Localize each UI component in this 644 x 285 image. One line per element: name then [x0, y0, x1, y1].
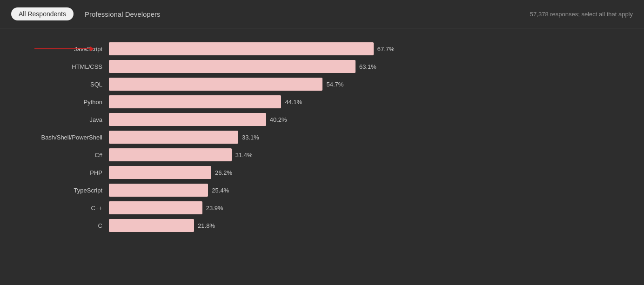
- bar-value-label: 26.2%: [215, 169, 232, 176]
- bar-wrapper: 26.2%: [109, 166, 633, 179]
- bar-wrapper: 21.8%: [109, 219, 633, 232]
- chart-row: HTML/CSS63.1%: [11, 60, 633, 73]
- bar-label: HTML/CSS: [11, 63, 109, 70]
- arrow-line: [34, 48, 90, 49]
- professional-developers-tab[interactable]: Professional Developers: [85, 10, 161, 18]
- bar-label: C++: [11, 205, 109, 212]
- bar-fill: [109, 113, 266, 126]
- bar-label: PHP: [11, 169, 109, 176]
- bar-wrapper: 63.1%: [109, 60, 633, 73]
- bar-fill: [109, 148, 232, 161]
- header-left: All Respondents Professional Developers: [11, 7, 161, 20]
- bar-wrapper: 31.4%: [109, 148, 633, 161]
- bar-fill: [109, 95, 281, 108]
- bar-value-label: 25.4%: [212, 187, 229, 194]
- chart-container: JavaScript67.7%HTML/CSS63.1%SQL54.7%Pyth…: [0, 28, 644, 246]
- all-respondents-button[interactable]: All Respondents: [11, 7, 74, 20]
- chart-row: Java40.2%: [11, 113, 633, 126]
- bar-fill: [109, 184, 208, 197]
- bar-wrapper: 40.2%: [109, 113, 633, 126]
- arrow-indicator: [34, 46, 94, 51]
- bar-value-label: 67.7%: [377, 46, 395, 53]
- app-container: All Respondents Professional Developers …: [0, 0, 644, 246]
- bar-value-label: 54.7%: [326, 81, 343, 88]
- bar-fill: [109, 78, 322, 91]
- bar-value-label: 33.1%: [242, 134, 259, 141]
- bar-label: SQL: [11, 81, 109, 88]
- response-info: 57,378 responses; select all that apply: [530, 11, 633, 18]
- bar-wrapper: 23.9%: [109, 201, 633, 214]
- chart-row: Python44.1%: [11, 95, 633, 108]
- arrow-head-icon: [90, 46, 94, 51]
- bar-value-label: 23.9%: [206, 205, 223, 212]
- bar-label: Bash/Shell/PowerShell: [11, 134, 109, 141]
- bar-fill: [109, 131, 238, 144]
- bar-value-label: 63.1%: [359, 63, 376, 70]
- chart-row: Bash/Shell/PowerShell33.1%: [11, 131, 633, 144]
- bar-value-label: 44.1%: [285, 99, 302, 106]
- bar-fill: [109, 42, 374, 55]
- bar-label: Java: [11, 116, 109, 123]
- chart-row: SQL54.7%: [11, 78, 633, 91]
- chart-row: C21.8%: [11, 219, 633, 232]
- bar-label: C#: [11, 152, 109, 159]
- bar-label: Python: [11, 99, 109, 106]
- chart-row: C++23.9%: [11, 201, 633, 214]
- chart-row: JavaScript67.7%: [11, 42, 633, 55]
- bar-fill: [109, 219, 194, 232]
- bar-value-label: 21.8%: [198, 222, 215, 229]
- bar-wrapper: 44.1%: [109, 95, 633, 108]
- bar-fill: [109, 201, 202, 214]
- bar-fill: [109, 60, 356, 73]
- bar-label: TypeScript: [11, 187, 109, 194]
- bar-label: C: [11, 222, 109, 229]
- chart-row: TypeScript25.4%: [11, 184, 633, 197]
- bar-fill: [109, 166, 211, 179]
- bar-wrapper: 33.1%: [109, 131, 633, 144]
- header: All Respondents Professional Developers …: [0, 0, 644, 28]
- chart-row: PHP26.2%: [11, 166, 633, 179]
- bar-wrapper: 54.7%: [109, 78, 633, 91]
- chart-row: C#31.4%: [11, 148, 633, 161]
- bar-wrapper: 25.4%: [109, 184, 633, 197]
- bar-value-label: 31.4%: [235, 152, 253, 159]
- bar-wrapper: 67.7%: [109, 42, 633, 55]
- bar-value-label: 40.2%: [270, 116, 287, 123]
